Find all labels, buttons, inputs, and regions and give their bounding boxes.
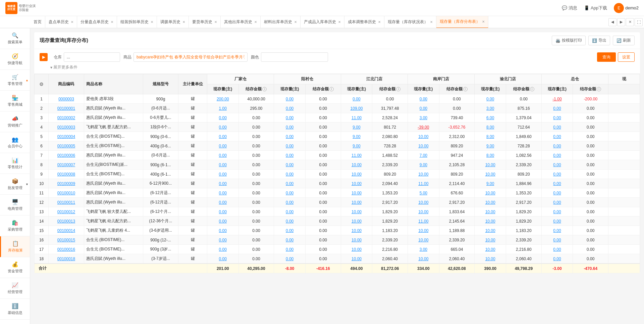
code-link[interactable]: 00100013 xyxy=(57,219,75,224)
qty-link[interactable]: 10.00 xyxy=(485,257,495,261)
code-link[interactable]: 00100003 xyxy=(57,125,75,130)
qty-link[interactable]: 0.00 xyxy=(553,191,561,195)
qty-link[interactable]: -1.00 xyxy=(552,97,561,101)
qty-link[interactable]: 10.00 xyxy=(485,228,495,233)
code-link[interactable]: 00100002 xyxy=(57,115,75,120)
qty-link[interactable]: 0.00 xyxy=(219,191,227,195)
sidebar-item-finance[interactable]: 💰 资金管理 xyxy=(0,257,30,277)
qty-link[interactable]: 10.00 xyxy=(485,163,495,167)
qty-link[interactable]: 0.00 xyxy=(553,247,561,252)
sidebar-item-inventory[interactable]: 📋 库存核算 xyxy=(0,236,30,257)
sidebar-item-retail-stats[interactable]: 📊 零售统计 xyxy=(0,153,30,174)
code-link[interactable]: 0000003 xyxy=(58,97,74,101)
qty-link[interactable]: 10.00 xyxy=(485,172,495,177)
qty-link[interactable]: 3.00 xyxy=(420,247,427,252)
close-icon[interactable]: ✕ xyxy=(294,20,297,24)
tab-cost-adjust[interactable]: 成本调整单历史 ✕ xyxy=(344,16,384,28)
qty-link[interactable]: 10.00 xyxy=(352,219,362,224)
qty-link[interactable]: 0.00 xyxy=(553,125,561,130)
tab-stock-distribution[interactable]: 现存量（库存分布表） ✕ xyxy=(436,16,488,28)
qty-link[interactable]: 10.00 xyxy=(352,163,362,167)
search-btn[interactable]: 查询 xyxy=(597,52,616,62)
export-btn[interactable]: ⬇️ 导出 xyxy=(588,36,610,45)
qty-link[interactable]: 10.00 xyxy=(352,228,362,233)
qty-link[interactable]: 0.00 xyxy=(219,134,227,139)
code-link[interactable]: 00100016 xyxy=(57,247,75,252)
qty-link[interactable]: 8.00 xyxy=(486,153,494,158)
code-link[interactable]: 00100001 xyxy=(57,106,75,111)
qty-link[interactable]: 10.00 xyxy=(352,191,362,195)
tab-stock-status[interactable]: 现存量（库存状况表） ✕ xyxy=(384,16,436,28)
code-link[interactable]: 00100015 xyxy=(57,238,75,242)
qty-link[interactable]: 6.00 xyxy=(486,115,494,120)
qty-link[interactable]: 0.00 xyxy=(553,219,561,224)
sidebar-item-retail-mgmt[interactable]: 🛒 零售管理 ▲ xyxy=(0,70,30,91)
qty-link[interactable]: 0.00 xyxy=(286,144,293,148)
close-icon[interactable]: ✕ xyxy=(482,20,485,24)
qty-link[interactable]: 0.00 xyxy=(219,144,227,148)
code-link[interactable]: 00100012 xyxy=(57,210,75,214)
qty-link[interactable]: 9.00 xyxy=(353,144,360,148)
qty-link[interactable]: 11.00 xyxy=(352,115,362,120)
qty-link[interactable]: -39.00 xyxy=(418,125,429,130)
code-link[interactable]: 00100011 xyxy=(57,200,75,205)
close-icon[interactable]: ✕ xyxy=(182,20,185,24)
qty-link[interactable]: 0.00 xyxy=(553,257,561,261)
qty-link[interactable]: 10.00 xyxy=(485,238,495,242)
qty-link[interactable]: 0.00 xyxy=(553,238,561,242)
sidebar-item-ecommerce[interactable]: 🖥️ 电商管理 xyxy=(0,195,30,216)
qty-link[interactable]: 0.00 xyxy=(286,219,293,224)
qty-link[interactable]: 0.00 xyxy=(553,172,561,177)
expand-more-btn[interactable]: ▾ 展开更多条件 xyxy=(50,64,635,70)
code-link[interactable]: 00100008 xyxy=(57,172,75,177)
qty-link[interactable]: 0.00 xyxy=(219,238,227,242)
code-link[interactable]: 00100005 xyxy=(57,144,75,148)
qty-link[interactable]: 10.00 xyxy=(485,210,495,214)
qty-link[interactable]: 10.00 xyxy=(352,238,362,242)
qty-link[interactable]: 10.00 xyxy=(418,144,428,148)
qty-link[interactable]: 0.00 xyxy=(286,191,293,195)
qty-link[interactable]: 0.00 xyxy=(219,125,227,130)
qty-link[interactable]: 10.00 xyxy=(352,172,362,177)
tab-inventory-check[interactable]: 盘点单历史 ✕ xyxy=(45,16,77,28)
qty-link[interactable]: 10.00 xyxy=(418,210,428,214)
qty-link[interactable]: 0.00 xyxy=(553,181,561,186)
info-mcf-icon[interactable]: i xyxy=(329,87,334,91)
info-cfj-icon[interactable]: i xyxy=(262,87,267,91)
qty-link[interactable]: 0.00 xyxy=(286,172,293,177)
qty-link[interactable]: 0.00 xyxy=(553,115,561,120)
qty-link[interactable]: 11.00 xyxy=(418,181,428,186)
tab-left-arrow[interactable]: ◀ xyxy=(608,18,616,26)
qty-link[interactable]: 10.00 xyxy=(418,172,428,177)
qty-link[interactable]: 3.00 xyxy=(420,115,427,120)
qty-link[interactable]: 0.00 xyxy=(420,97,427,101)
qty-link[interactable]: 10.00 xyxy=(418,257,428,261)
qty-link[interactable]: 9.00 xyxy=(353,125,360,130)
close-icon[interactable]: ✕ xyxy=(151,20,153,24)
app-download-btn[interactable]: 📱 App下载 xyxy=(584,5,607,11)
qty-link[interactable]: 0.00 xyxy=(286,106,293,111)
qty-link[interactable]: 0.00 xyxy=(553,134,561,139)
code-link[interactable]: 00100007 xyxy=(57,163,75,167)
code-link[interactable]: 00100006 xyxy=(57,153,75,158)
qty-link[interactable]: 0.00 xyxy=(219,257,227,261)
qty-link[interactable]: 7.00 xyxy=(420,153,427,158)
qty-link[interactable]: 9.00 xyxy=(353,134,360,139)
qty-link[interactable]: 0.00 xyxy=(219,210,227,214)
qty-link[interactable]: 9.00 xyxy=(486,144,494,148)
qty-link[interactable]: 10.00 xyxy=(418,228,428,233)
qty-link[interactable]: 3.00 xyxy=(486,106,494,111)
tab-material-out[interactable]: 材料出库单历史 ✕ xyxy=(261,16,301,28)
settings-icon[interactable]: ⚙ xyxy=(39,82,44,87)
qty-link[interactable]: 0.00 xyxy=(553,106,561,111)
tab-finished-in[interactable]: 产成品入库单历史 ✕ xyxy=(301,16,344,28)
qty-link[interactable]: 0.00 xyxy=(219,163,227,167)
print-btn[interactable]: 🖨️ 按模版打印 xyxy=(552,36,586,45)
qty-link[interactable]: 0.00 xyxy=(486,97,494,101)
info-ybmd-icon[interactable]: i xyxy=(530,87,534,91)
qty-link[interactable]: 0.00 xyxy=(219,172,227,177)
qty-link[interactable]: 0.00 xyxy=(286,228,293,233)
close-icon[interactable]: ✕ xyxy=(430,20,433,24)
color-input[interactable] xyxy=(261,52,328,62)
qty-link[interactable]: 0.00 xyxy=(219,153,227,158)
